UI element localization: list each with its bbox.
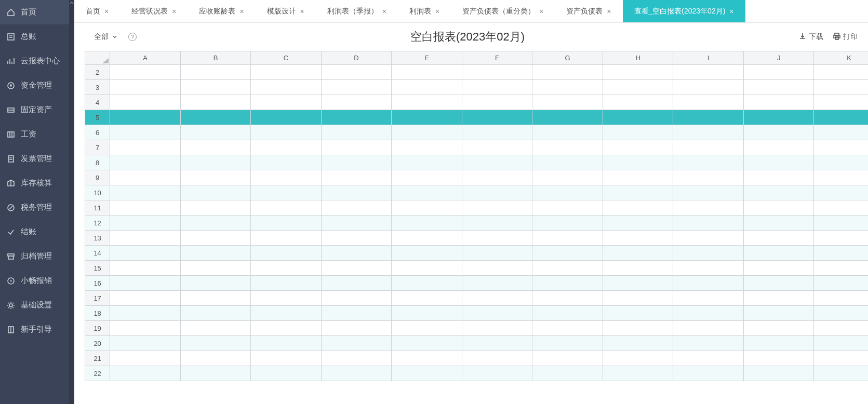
cell-H3[interactable] bbox=[603, 80, 673, 95]
cell-E19[interactable] bbox=[392, 321, 462, 336]
cell-A16[interactable] bbox=[110, 276, 181, 291]
row-header[interactable]: 16 bbox=[85, 276, 110, 291]
cell-D12[interactable] bbox=[321, 216, 392, 231]
row-header[interactable]: 2 bbox=[85, 65, 110, 80]
cell-F16[interactable] bbox=[462, 276, 532, 291]
cell-J19[interactable] bbox=[743, 321, 814, 336]
cell-C12[interactable] bbox=[251, 216, 322, 231]
tab-3[interactable]: 模版设计× bbox=[256, 0, 316, 22]
cell-J10[interactable] bbox=[743, 185, 814, 200]
cell-D7[interactable] bbox=[321, 140, 392, 155]
cell-B16[interactable] bbox=[180, 276, 251, 291]
cell-F12[interactable] bbox=[462, 216, 532, 231]
cell-A10[interactable] bbox=[110, 185, 181, 200]
close-icon[interactable]: × bbox=[607, 7, 611, 16]
row-header[interactable]: 7 bbox=[85, 140, 110, 155]
tab-2[interactable]: 应收账龄表× bbox=[188, 0, 255, 22]
cell-F2[interactable] bbox=[462, 65, 532, 80]
cell-F21[interactable] bbox=[462, 351, 532, 366]
cell-C6[interactable] bbox=[251, 125, 322, 140]
sidebar-item-3[interactable]: 资金管理 bbox=[0, 73, 74, 98]
row-header[interactable]: 21 bbox=[85, 351, 110, 366]
cell-A8[interactable] bbox=[110, 155, 181, 170]
cell-H19[interactable] bbox=[603, 321, 673, 336]
cell-G5[interactable] bbox=[532, 110, 603, 125]
spreadsheet[interactable]: ABCDEFGHIJK 2345678910111213141516171819… bbox=[74, 51, 868, 404]
sidebar-item-9[interactable]: 结账 bbox=[0, 220, 74, 244]
cell-D21[interactable] bbox=[321, 351, 392, 366]
cell-D19[interactable] bbox=[321, 321, 392, 336]
cell-J7[interactable] bbox=[743, 140, 814, 155]
close-icon[interactable]: × bbox=[435, 7, 439, 16]
tab-6[interactable]: 资产负债表（重分类）× bbox=[451, 0, 555, 22]
cell-J6[interactable] bbox=[743, 125, 814, 140]
cell-K21[interactable] bbox=[814, 351, 868, 366]
cell-I12[interactable] bbox=[673, 216, 744, 231]
cell-C22[interactable] bbox=[251, 366, 322, 381]
cell-G11[interactable] bbox=[532, 200, 603, 216]
cell-C14[interactable] bbox=[251, 246, 322, 261]
cell-E8[interactable] bbox=[392, 155, 462, 170]
cell-G22[interactable] bbox=[532, 366, 603, 381]
cell-G7[interactable] bbox=[532, 140, 603, 155]
sidebar-item-7[interactable]: 库存核算 bbox=[0, 171, 74, 195]
cell-H11[interactable] bbox=[603, 200, 673, 216]
col-header-J[interactable]: J bbox=[743, 51, 814, 65]
cell-F4[interactable] bbox=[462, 95, 532, 110]
cell-K20[interactable] bbox=[814, 336, 868, 351]
cell-H2[interactable] bbox=[603, 65, 673, 80]
cell-C5[interactable] bbox=[251, 110, 322, 125]
cell-A18[interactable] bbox=[110, 306, 181, 321]
cell-G13[interactable] bbox=[532, 231, 603, 246]
row-header[interactable]: 5 bbox=[85, 110, 110, 125]
sheet-corner[interactable] bbox=[85, 51, 110, 65]
cell-E3[interactable] bbox=[392, 80, 462, 95]
cell-E4[interactable] bbox=[392, 95, 462, 110]
cell-B6[interactable] bbox=[180, 125, 251, 140]
cell-C16[interactable] bbox=[251, 276, 322, 291]
help-icon[interactable]: ? bbox=[128, 33, 137, 41]
cell-C2[interactable] bbox=[251, 65, 322, 80]
col-header-I[interactable]: I bbox=[673, 51, 744, 65]
cell-E11[interactable] bbox=[392, 200, 462, 216]
cell-K18[interactable] bbox=[814, 306, 868, 321]
row-header[interactable]: 22 bbox=[85, 366, 110, 381]
cell-I7[interactable] bbox=[673, 140, 744, 155]
col-header-C[interactable]: C bbox=[251, 51, 322, 65]
cell-C19[interactable] bbox=[251, 321, 322, 336]
cell-A12[interactable] bbox=[110, 216, 181, 231]
cell-C21[interactable] bbox=[251, 351, 322, 366]
row-header[interactable]: 20 bbox=[85, 336, 110, 351]
cell-D8[interactable] bbox=[321, 155, 392, 170]
cell-G9[interactable] bbox=[532, 170, 603, 185]
col-header-D[interactable]: D bbox=[321, 51, 392, 65]
sidebar-item-8[interactable]: 税务管理 bbox=[0, 195, 74, 220]
cell-G17[interactable] bbox=[532, 291, 603, 306]
row-header[interactable]: 15 bbox=[85, 261, 110, 276]
cell-I5[interactable] bbox=[673, 110, 744, 125]
close-icon[interactable]: × bbox=[239, 7, 244, 16]
row-header[interactable]: 10 bbox=[85, 185, 110, 200]
cell-F7[interactable] bbox=[462, 140, 532, 155]
cell-F14[interactable] bbox=[462, 246, 532, 261]
cell-F19[interactable] bbox=[462, 321, 532, 336]
row-header[interactable]: 17 bbox=[85, 291, 110, 306]
cell-B11[interactable] bbox=[180, 200, 251, 216]
cell-D2[interactable] bbox=[321, 65, 392, 80]
cell-J21[interactable] bbox=[743, 351, 814, 366]
row-header[interactable]: 3 bbox=[85, 80, 110, 95]
cell-F18[interactable] bbox=[462, 306, 532, 321]
download-button[interactable]: 下载 bbox=[798, 32, 823, 42]
cell-J4[interactable] bbox=[743, 95, 814, 110]
cell-H6[interactable] bbox=[603, 125, 673, 140]
cell-D16[interactable] bbox=[321, 276, 392, 291]
close-icon[interactable]: × bbox=[382, 7, 386, 16]
tab-1[interactable]: 经营状况表× bbox=[120, 0, 188, 22]
cell-A15[interactable] bbox=[110, 261, 181, 276]
cell-G19[interactable] bbox=[532, 321, 603, 336]
cell-F15[interactable] bbox=[462, 261, 532, 276]
cell-K8[interactable] bbox=[814, 155, 868, 170]
cell-C3[interactable] bbox=[251, 80, 322, 95]
cell-K12[interactable] bbox=[814, 216, 868, 231]
row-header[interactable]: 4 bbox=[85, 95, 110, 110]
